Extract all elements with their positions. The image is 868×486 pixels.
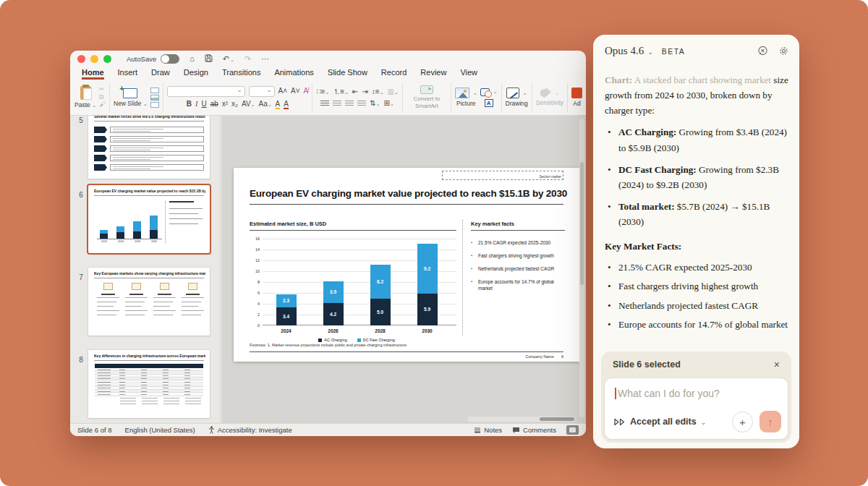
autosave-toggle[interactable] [161,54,179,64]
align-right-icon[interactable] [345,101,354,106]
tab-transitions[interactable]: Transitions [222,68,260,80]
bar-segment-dc-fast-charging[interactable]: 6.2 [370,265,391,299]
addins-button[interactable]: Ad [571,88,582,107]
horizontal-scrollbar[interactable] [467,417,576,422]
tab-slide-show[interactable]: Slide Show [328,68,367,80]
font-name-select[interactable] [167,86,245,97]
section-marker-placeholder[interactable]: Section marker [442,171,563,180]
tab-design[interactable]: Design [184,68,208,80]
cut-icon[interactable]: ✂ [99,86,106,93]
tab-draw[interactable]: Draw [151,68,170,80]
slide-thumbnail-5[interactable]: Several market forces drive the EV charg… [88,116,210,179]
strikethrough-button[interactable]: ab [210,101,218,108]
close-window-button[interactable] [77,55,85,63]
tab-insert[interactable]: Insert [118,68,138,80]
tab-home[interactable]: Home [82,68,104,80]
slide-title[interactable]: European EV charging market value projec… [250,188,568,199]
slide-thumbnail-7[interactable]: Key European markets show varying chargi… [88,268,210,336]
clear-formatting-icon[interactable]: A̸ [304,88,309,95]
line-spacing-icon[interactable]: ↕≡⌄ [372,88,384,95]
text-box-icon[interactable]: A [485,99,493,107]
horizontal-scrollbar-thumb[interactable] [540,417,574,421]
bar-segment-ac-charging[interactable]: 5.9 [417,294,438,325]
font-size-select[interactable] [249,86,275,97]
more-commands-button[interactable]: ⋯ [261,55,269,63]
copy-icon[interactable]: ⧉ [99,94,106,101]
bullets-icon[interactable]: ∷≡⌄ [316,88,329,95]
new-slide-button[interactable]: New Slide ⌄ [114,88,148,107]
slide-thumbnail-8[interactable]: Key differences in charging infrastructu… [88,350,210,418]
accept-all-edits-button[interactable]: Accept all edits ⌄ [614,417,706,427]
facts-header[interactable]: Key market facts [471,221,514,227]
paste-button[interactable]: Paste ⌄ [75,86,96,108]
close-icon[interactable]: × [771,359,783,370]
change-case-icon[interactable]: Aa⌄ [258,101,271,108]
minimize-window-button[interactable] [90,55,98,63]
format-painter-icon[interactable]: 🖌 [99,101,106,108]
model-selector[interactable]: Opus 4.6 [605,45,644,57]
text-direction-icon[interactable]: ⇅⌄ [370,100,380,107]
chart-kicker[interactable]: Estimated market size, B USD [250,221,326,227]
italic-button[interactable]: I [195,101,197,108]
undo-button[interactable]: ↶⌄ [223,55,234,63]
columns-icon[interactable]: ▥⌄ [388,88,399,95]
send-button[interactable]: ↑ [760,411,781,432]
slide-layout-icon[interactable] [150,88,159,93]
bar-segment-dc-fast-charging[interactable]: 9.2 [417,244,438,294]
grow-font-icon[interactable]: A˄ [278,88,288,95]
subscript-button[interactable]: x₂ [231,101,238,108]
increase-indent-icon[interactable]: ⇥ [362,88,367,95]
notes-button[interactable]: Notes [474,426,502,434]
market-size-chart[interactable]: 02468101214163.42.320244.23.920265.06.22… [263,239,451,325]
accessibility-status[interactable]: Accessibility: Investigate [208,426,292,434]
chevron-down-icon[interactable]: ⌄ [647,48,653,56]
tab-animations[interactable]: Animations [274,68,313,80]
slide-section-icon[interactable] [150,102,159,108]
superscript-button[interactable]: x² [222,101,228,108]
zoom-window-button[interactable] [103,55,111,63]
tab-record[interactable]: Record [381,68,407,80]
key-market-facts-list[interactable]: 21.5% CAGR expected 2025-2030Fast charge… [471,240,569,299]
save-icon[interactable] [205,54,213,64]
tab-review[interactable]: Review [420,68,446,80]
align-center-icon[interactable] [333,101,341,106]
feedback-icon[interactable] [757,46,768,56]
drawing-button[interactable]: ⌄ Drawing [506,88,528,107]
gear-icon[interactable] [778,46,789,56]
underline-button[interactable]: U [201,101,206,108]
bold-button[interactable]: B [187,101,192,108]
vertical-scrollbar-thumb[interactable] [580,162,584,285]
character-spacing-icon[interactable]: AV⌄ [242,101,255,108]
bar-segment-ac-charging[interactable]: 5.0 [370,299,391,326]
slide-footnote[interactable]: Footnote: 1. Market revenue projections … [250,343,407,347]
picture-button[interactable]: ⌄ Picture [455,88,477,107]
tab-view[interactable]: View [460,68,477,80]
sensitivity-button[interactable]: ⌄ Sensitivity [536,88,563,106]
slide-position[interactable]: Slide 6 of 8 [77,426,112,434]
slide-thumbnail-6[interactable]: European EV charging market value projec… [88,185,210,253]
font-color-icon[interactable]: A [284,100,289,109]
convert-smartart-button[interactable]: Convert to SmartArt [407,85,447,108]
redo-button[interactable]: ↷ [244,55,251,63]
align-text-icon[interactable]: ⊞⌄ [384,100,394,107]
normal-view-button[interactable] [566,425,579,435]
numbering-icon[interactable]: ⒈≡⌄ [333,88,349,95]
attach-button[interactable]: + [732,412,753,432]
slide-canvas[interactable]: Section marker European EV charging mark… [234,168,579,362]
home-icon[interactable]: ⌂ [190,55,195,63]
shapes-icon[interactable] [480,88,490,96]
shrink-font-icon[interactable]: A˅ [291,88,300,95]
bar-segment-ac-charging[interactable]: 3.4 [276,307,297,326]
decrease-indent-icon[interactable]: ⇤ [352,88,358,95]
highlight-color-icon[interactable]: A [276,100,281,109]
comments-button[interactable]: Comments [512,426,556,434]
align-left-icon[interactable] [320,101,329,106]
vertical-scrollbar[interactable] [579,119,584,417]
bar-segment-ac-charging[interactable]: 4.2 [323,303,344,326]
bar-segment-dc-fast-charging[interactable]: 3.9 [323,281,344,302]
chat-input[interactable]: What can I do for you? Accept all edits … [604,378,788,440]
language-setting[interactable]: English (United States) [125,426,195,434]
justify-icon[interactable] [357,101,366,106]
reset-slide-icon[interactable] [150,95,159,101]
undo-dropdown-icon[interactable]: ⌄ [230,57,234,62]
